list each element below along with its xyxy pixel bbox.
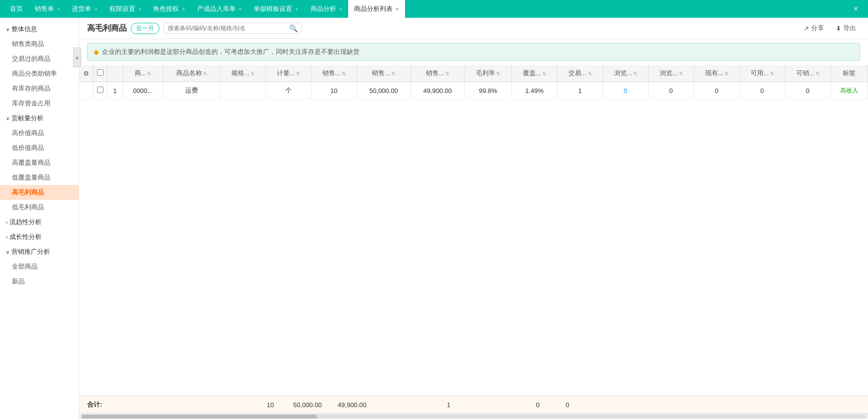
col-header-sale_profit[interactable]: 销售...⇅ <box>410 65 464 82</box>
nav-item-1[interactable]: 销售单× <box>29 0 66 18</box>
sidebar-collapse-button[interactable]: « <box>73 47 81 67</box>
sort-icon-gross_rate[interactable]: ⇅ <box>496 71 500 76</box>
nav-close-icon-3[interactable]: × <box>138 6 141 12</box>
col-header-settings: ⚙ <box>79 65 93 82</box>
nav-close-icon-4[interactable]: × <box>182 6 185 12</box>
col-header-gross_rate[interactable]: 毛利率⇅ <box>464 65 511 82</box>
sidebar-item-1-0[interactable]: 高价值商品 <box>0 126 79 140</box>
nav-item-5[interactable]: 产成品入库单× <box>191 0 248 18</box>
filter-recent-month-button[interactable]: 近一月 <box>131 23 159 34</box>
nav-close-icon-6[interactable]: × <box>295 6 298 12</box>
select-all-checkbox[interactable] <box>97 69 103 76</box>
col-header-browse2[interactable]: 浏览...⇅ <box>648 65 694 82</box>
settings-icon[interactable]: ⚙ <box>83 70 89 77</box>
col-header-spec[interactable]: 规格...⇅ <box>220 65 265 82</box>
window-close-button[interactable]: × <box>848 4 864 13</box>
sort-icon-transaction[interactable]: ⇅ <box>588 71 592 76</box>
scrollbar-thumb[interactable] <box>81 415 317 419</box>
col-header-stock_now[interactable]: 现有...⇅ <box>694 65 739 82</box>
col-header-name[interactable]: 商品名称⇅ <box>163 65 220 82</box>
sort-icon-unit[interactable]: ⇅ <box>296 71 300 76</box>
export-button[interactable]: ⬇ 导出 <box>832 22 860 35</box>
sidebar-item-1-1[interactable]: 低价值商品 <box>0 140 79 155</box>
nav-item-6[interactable]: 单据模板设置× <box>248 0 304 18</box>
col-header-transaction[interactable]: 交易...⇅ <box>557 65 603 82</box>
sort-icon-stock_salable[interactable]: ⇅ <box>816 71 819 76</box>
col-header-sale_qty[interactable]: 销售...⇅ <box>311 65 357 82</box>
nav-close-icon-2[interactable]: × <box>94 6 97 12</box>
content-header: 高毛利商品 近一月 🔍 ↗ 分享 ⬇ 导出 <box>79 18 868 39</box>
search-icon[interactable]: 🔍 <box>289 24 298 32</box>
horizontal-scrollbar[interactable] <box>79 413 868 419</box>
footer-cell-spacer4 <box>463 401 493 409</box>
search-input[interactable] <box>168 25 289 32</box>
sidebar-group-2[interactable]: ›流趋性分析 <box>0 215 79 230</box>
sidebar-item-4-1[interactable]: 新品 <box>0 274 79 289</box>
sidebar-group-3[interactable]: ›成长性分析 <box>0 230 79 244</box>
cell-transaction: 1 <box>557 82 603 99</box>
nav-item-7[interactable]: 商品分析× <box>305 0 348 18</box>
cell-browse1: 0 <box>603 82 648 99</box>
col-header-stock_usable[interactable]: 可用...⇅ <box>739 65 785 82</box>
nav-close-icon-7[interactable]: × <box>339 6 342 12</box>
sidebar-item-0-2[interactable]: 商品分类助销率 <box>0 66 79 81</box>
sidebar-item-1-5[interactable]: 低毛利商品 <box>0 200 79 215</box>
col-label-transaction: 交易... <box>568 69 587 78</box>
col-label-unit: 计量... <box>277 69 295 78</box>
sidebar-item-1-2[interactable]: 高覆盖量商品 <box>0 155 79 170</box>
sidebar-group-4[interactable]: ∨营销推广分析 <box>0 244 79 259</box>
sidebar-group-0[interactable]: ∨整体信息 <box>0 22 79 37</box>
header-actions: ↗ 分享 ⬇ 导出 <box>800 22 860 35</box>
nav-close-icon-5[interactable]: × <box>239 6 242 12</box>
footer-cell-spacer6 <box>582 401 612 409</box>
sort-icon-stock_usable[interactable]: ⇅ <box>770 71 774 76</box>
col-header-checkbox <box>93 65 107 82</box>
sidebar-item-0-3[interactable]: 有库存的商品 <box>0 81 79 96</box>
footer-cell-transaction: 1 <box>434 401 463 409</box>
col-header-unit[interactable]: 计量...⇅ <box>265 65 311 82</box>
sidebar-group-label-0: 整体信息 <box>11 25 37 34</box>
browse1-link[interactable]: 0 <box>624 87 627 94</box>
scrollbar-track <box>81 415 866 419</box>
col-header-browse1[interactable]: 浏览...⇅ <box>603 65 648 82</box>
share-button[interactable]: ↗ 分享 <box>800 22 828 35</box>
sidebar-item-0-4[interactable]: 库存资金占用 <box>0 96 79 111</box>
sort-icon-spec[interactable]: ⇅ <box>251 71 255 76</box>
sort-icon-sale_amount[interactable]: ⇅ <box>391 71 395 76</box>
nav-close-icon-8[interactable]: × <box>396 6 399 12</box>
sidebar-item-1-4[interactable]: 高毛利商品 <box>0 185 79 200</box>
sidebar-item-4-0[interactable]: 全部商品 <box>0 259 79 274</box>
sort-icon-sale_profit[interactable]: ⇅ <box>445 71 449 76</box>
sort-icon-code[interactable]: ⇅ <box>147 71 151 76</box>
nav-item-2[interactable]: 进货单× <box>66 0 103 18</box>
col-header-stock_salable[interactable]: 可销...⇅ <box>785 65 830 82</box>
sort-icon-name[interactable]: ⇅ <box>203 71 207 76</box>
sort-icon-sale_qty[interactable]: ⇅ <box>342 71 346 76</box>
nav-item-4[interactable]: 角色授权× <box>147 0 191 18</box>
col-label-gross_rate: 毛利率 <box>476 69 495 78</box>
col-label-stock_usable: 可用... <box>751 69 769 78</box>
sort-icon-browse2[interactable]: ⇅ <box>679 71 683 76</box>
nav-item-3[interactable]: 权限设置× <box>103 0 147 18</box>
footer-label: 合计: <box>87 400 117 409</box>
sort-icon-browse1[interactable]: ⇅ <box>633 71 637 76</box>
sidebar-item-1-3[interactable]: 低覆盖量商品 <box>0 170 79 185</box>
nav-item-8[interactable]: 商品分析列表× <box>348 0 405 18</box>
sort-icon-stock_now[interactable]: ⇅ <box>724 71 728 76</box>
footer-cell-spacer3 <box>404 401 434 409</box>
nav-close-icon-1[interactable]: × <box>57 6 60 12</box>
col-header-coverage[interactable]: 覆盖...⇅ <box>511 65 557 82</box>
col-label-browse2: 浏览... <box>660 69 678 78</box>
cell-tag: 高收入 <box>830 82 868 99</box>
sort-icon-coverage[interactable]: ⇅ <box>542 71 546 76</box>
nav-item-0[interactable]: 首页 <box>4 0 29 18</box>
cell-gross_rate: 99.8% <box>464 82 511 99</box>
col-header-code[interactable]: 商...⇅ <box>123 65 163 82</box>
col-header-sale_amount[interactable]: 销售...⇅ <box>357 65 410 82</box>
sidebar-group-label-2: 流趋性分析 <box>9 218 42 227</box>
table-footer: 合计: 1050,000.0049,900.00100 <box>79 396 868 413</box>
sidebar-item-0-1[interactable]: 交易过的商品 <box>0 51 79 66</box>
sidebar-item-0-0[interactable]: 销售类商品 <box>0 37 79 51</box>
row-checkbox-0[interactable] <box>97 87 103 93</box>
sidebar-group-1[interactable]: ∨贡献量分析 <box>0 111 79 126</box>
